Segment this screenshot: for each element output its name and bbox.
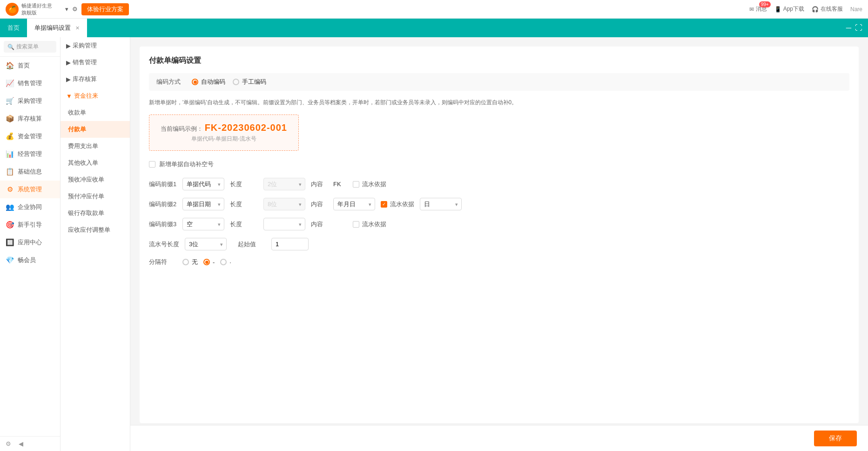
encoding-method-row: 编码方式 自动编码 手工编码: [149, 73, 849, 91]
serial-length-select[interactable]: 3位: [185, 238, 227, 250]
app-download-label: App下载: [783, 5, 804, 13]
radio-auto-encode[interactable]: 自动编码: [192, 78, 225, 86]
sec-item-adjust[interactable]: 应收应付调整单: [61, 222, 130, 238]
sec-group-purchase-label: 采购管理: [73, 41, 97, 50]
sidebar-item-member[interactable]: 💎 畅会员: [0, 251, 60, 269]
prefix2-select-wrapper: 单据日期: [182, 198, 224, 210]
sec-item-bank[interactable]: 银行存取款单: [61, 205, 130, 222]
bottom-collapse-icon[interactable]: ◀: [19, 440, 23, 447]
prefix3-select[interactable]: 空: [182, 218, 224, 230]
separator-dot2-option[interactable]: ·: [220, 259, 231, 266]
search-label: 搜索菜单: [16, 43, 39, 51]
sec-item-payment[interactable]: 付款单: [61, 121, 130, 138]
tab-home-label: 首页: [7, 24, 20, 32]
sec-group-inventory[interactable]: ▶ 库存核算: [61, 71, 130, 88]
sec-item-pre-receivable-label: 预收冲应收单: [68, 175, 104, 184]
save-button[interactable]: 保存: [814, 431, 857, 446]
tab-encoding-settings[interactable]: 单据编码设置 ✕: [27, 19, 87, 37]
sidebar-item-finance-label: 资金管理: [18, 132, 42, 141]
length1-select[interactable]: 2位: [263, 178, 305, 190]
prefix2-select[interactable]: 单据日期: [182, 198, 224, 210]
sidebar-item-basic-info-label: 基础信息: [18, 168, 42, 176]
tab-close-icon[interactable]: ✕: [75, 25, 80, 31]
serial1-checkbox[interactable]: 流水依据: [353, 180, 386, 188]
sec-item-other-income-label: 其他收入单: [68, 159, 98, 167]
length2-label: 长度: [230, 200, 258, 209]
length3-label: 长度: [230, 220, 258, 229]
sidebar-item-inventory[interactable]: 📦 库存核算: [0, 110, 60, 128]
separator-dot2-label: ·: [229, 259, 231, 266]
auto-fill-label: 新增单据自动补空号: [159, 160, 214, 168]
sec-group-capital[interactable]: ▼ 资金往来: [61, 88, 130, 104]
sidebar-item-sales-label: 销售管理: [18, 79, 42, 88]
content1-label: 内容: [311, 180, 328, 188]
system-icon: ⚙: [6, 185, 14, 194]
online-service-label: 在线客服: [821, 5, 843, 13]
prefix2-row: 编码前缀2 单据日期 长度 8位 内容 年月日 ✓ 流水依据: [149, 198, 849, 210]
bottom-settings-icon[interactable]: ⚙: [6, 440, 11, 447]
preview-label: 当前编码示例： FK-20230602-001: [161, 122, 287, 133]
separator-none-option[interactable]: 无: [182, 258, 198, 266]
tab-home[interactable]: 首页: [0, 19, 27, 37]
separator-dot-label: -: [213, 259, 215, 266]
auto-fill-checkbox[interactable]: [149, 161, 155, 168]
content2-select[interactable]: 年月日: [333, 198, 375, 210]
online-service-btn[interactable]: 🎧 在线客服: [812, 5, 843, 13]
sec-item-pre-receivable[interactable]: 预收冲应收单: [61, 171, 130, 188]
prefix1-select[interactable]: 单据代码: [182, 178, 224, 190]
settings-icon[interactable]: ⚙: [72, 6, 78, 13]
content1-value: FK: [333, 181, 347, 188]
minimize-icon[interactable]: ─: [846, 24, 851, 32]
sidebar-item-purchase[interactable]: 🛒 采购管理: [0, 92, 60, 110]
sidebar-item-appstore[interactable]: 🔲 应用中心: [0, 234, 60, 251]
tab-encoding-label: 单据编码设置: [34, 24, 71, 32]
sidebar-item-finance[interactable]: 💰 资金管理: [0, 128, 60, 145]
serial2-checkbox[interactable]: ✓ 流水依据: [381, 200, 414, 209]
sidebar-item-basic-info[interactable]: 📋 基础信息: [0, 163, 60, 181]
sidebar-item-system[interactable]: ⚙ 系统管理: [0, 181, 60, 198]
sidebar-item-business[interactable]: 📊 经营管理: [0, 145, 60, 163]
industry-button[interactable]: 体验行业方案: [81, 3, 129, 15]
secondary-sidebar: ▶ 采购管理 ▶ 销售管理 ▶ 库存核算 ▼ 资金往来 收款单 付款单 费用支出…: [61, 37, 130, 451]
sidebar-item-home[interactable]: 🏠 首页: [0, 57, 60, 74]
user-name[interactable]: Nare: [850, 6, 862, 13]
dropdown-icon[interactable]: ▾: [65, 6, 68, 13]
sec-item-receipt[interactable]: 收款单: [61, 104, 130, 121]
sec-group-sales[interactable]: ▶ 销售管理: [61, 54, 130, 71]
sidebar-item-guide[interactable]: 🎯 新手引导: [0, 216, 60, 234]
message-icon: ✉: [749, 6, 754, 13]
length2-select[interactable]: 8位: [263, 198, 305, 210]
prefix1-select-wrapper: 单据代码: [182, 178, 224, 190]
maximize-icon[interactable]: ⛶: [855, 24, 862, 32]
sec-group-purchase[interactable]: ▶ 采购管理: [61, 37, 130, 54]
serial3-checkbox[interactable]: 流水依据: [353, 220, 386, 229]
sidebar-search-input[interactable]: 🔍 搜索菜单: [4, 41, 56, 53]
period-select[interactable]: 日: [420, 198, 462, 210]
sidebar-search-area[interactable]: 🔍 搜索菜单: [0, 37, 60, 57]
separator-dot2-circle: [220, 259, 227, 265]
sidebar-item-sales[interactable]: 📈 销售管理: [0, 74, 60, 92]
start-value-label: 起始值: [238, 240, 266, 249]
prefix3-row: 编码前缀3 空 长度 内容 流水依据: [149, 218, 849, 230]
app-download-btn[interactable]: 📱 App下载: [774, 5, 804, 13]
sec-item-expense[interactable]: 费用支出单: [61, 138, 130, 155]
separator-dot-option[interactable]: -: [203, 259, 215, 266]
separator-none-label: 无: [192, 258, 198, 266]
radio-manual-encode[interactable]: 手工编码: [233, 78, 266, 86]
start-value-input[interactable]: [271, 238, 309, 250]
footer-bar: 保存: [130, 425, 868, 451]
length3-select[interactable]: [263, 218, 305, 230]
sec-group-purchase-chevron: ▶: [66, 42, 71, 49]
message-btn[interactable]: ✉ 消息 99+: [749, 5, 767, 13]
sec-item-other-income[interactable]: 其他收入单: [61, 155, 130, 171]
sidebar-item-purchase-label: 采购管理: [18, 97, 42, 105]
sidebar-item-enterprise[interactable]: 👥 企业协同: [0, 198, 60, 216]
auto-fill-row: 新增单据自动补空号: [149, 160, 849, 168]
sec-item-pre-payable[interactable]: 预付冲应付单: [61, 188, 130, 205]
download-icon: 📱: [774, 6, 781, 13]
serial1-cb-label: 流水依据: [362, 180, 386, 188]
separator-row: 分隔符 无 - ·: [149, 258, 849, 266]
serial1-cb-box: [353, 181, 359, 188]
sidebar-item-appstore-label: 应用中心: [18, 238, 42, 247]
sidebar-bottom: ⚙ ◀: [0, 436, 60, 451]
